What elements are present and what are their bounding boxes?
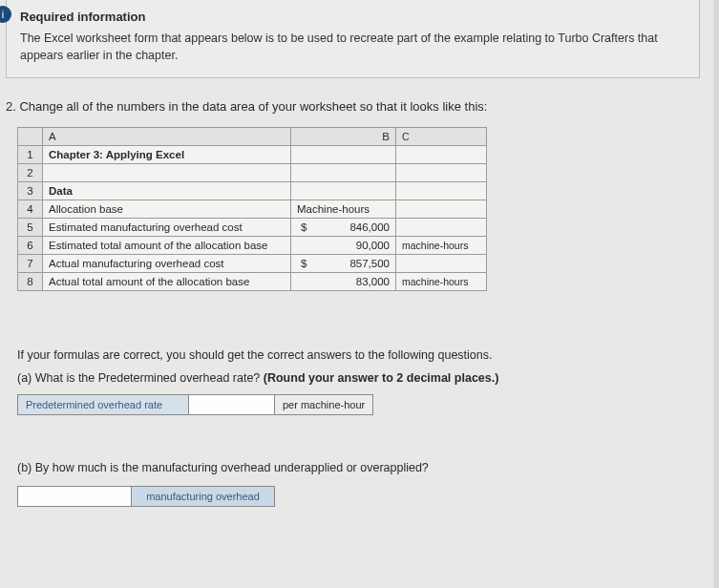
overhead-amount-input-wrap xyxy=(17,486,132,507)
cell xyxy=(396,182,487,200)
table-row: 5 Estimated manufacturing overhead cost … xyxy=(18,219,487,237)
row-num: 1 xyxy=(18,146,43,164)
cell: Actual manufacturing overhead cost xyxy=(43,255,291,273)
cell: Data xyxy=(43,182,291,200)
part-a-hint: (Round your answer to 2 decimal places.) xyxy=(264,371,499,385)
cell: 857,500 xyxy=(291,255,396,273)
cell xyxy=(291,164,396,182)
table-row: 8 Actual total amount of the allocation … xyxy=(18,273,487,291)
cell xyxy=(291,146,396,164)
col-header-a: A xyxy=(43,128,291,146)
table-row: 7 Actual manufacturing overhead cost 857… xyxy=(18,255,487,273)
cell: Machine-hours xyxy=(291,200,396,219)
cell xyxy=(396,200,487,219)
cell: Actual total amount of the allocation ba… xyxy=(43,273,291,291)
corner-cell xyxy=(18,128,43,146)
cell xyxy=(396,164,487,182)
row-num: 4 xyxy=(18,200,43,219)
table-row: 4 Allocation base Machine-hours xyxy=(18,200,487,219)
col-header-b: B xyxy=(291,128,396,146)
required-info-title: Required information xyxy=(20,10,686,24)
table-row: 6 Estimated total amount of the allocati… xyxy=(18,237,487,255)
part-a-answer-row: Predetermined overhead rate per machine-… xyxy=(17,394,713,415)
cell xyxy=(396,255,487,273)
col-header-c: C xyxy=(396,128,487,146)
excel-sheet: A B C 1 Chapter 3: Applying Excel 2 3 Da… xyxy=(17,127,487,291)
cell: machine-hours xyxy=(396,273,487,291)
table-row: 2 xyxy=(18,164,487,182)
cell: Chapter 3: Applying Excel xyxy=(43,146,291,164)
predetermined-rate-unit: per machine-hour xyxy=(275,394,373,415)
question-text: Change all of the numbers in the data ar… xyxy=(19,99,487,114)
part-b-answer-row: manufacturing overhead xyxy=(17,486,713,507)
cell xyxy=(43,164,291,182)
part-a-label: (a) What is the Predetermined overhead r… xyxy=(17,371,264,385)
row-num: 5 xyxy=(18,219,43,237)
row-num: 8 xyxy=(18,273,43,291)
part-a-prompt: (a) What is the Predetermined overhead r… xyxy=(17,371,713,385)
overhead-label: manufacturing overhead xyxy=(132,486,275,507)
cell: 83,000 xyxy=(291,273,396,291)
overhead-amount-input[interactable] xyxy=(22,489,127,503)
table-row: 1 Chapter 3: Applying Excel xyxy=(18,146,487,164)
cell: machine-hours xyxy=(396,237,487,255)
row-num: 2 xyxy=(18,164,43,182)
question-prompt: 2. Change all of the numbers in the data… xyxy=(6,99,713,114)
cell: Allocation base xyxy=(43,200,291,219)
predetermined-rate-label: Predetermined overhead rate xyxy=(17,394,189,415)
required-info-text: The Excel worksheet form that appears be… xyxy=(20,30,686,64)
followup-text: If your formulas are correct, you should… xyxy=(17,348,713,362)
cell: 846,000 xyxy=(291,219,396,237)
cell xyxy=(396,146,487,164)
cell xyxy=(291,182,396,200)
cell: 90,000 xyxy=(291,237,396,255)
table-row: 3 Data xyxy=(18,182,487,200)
predetermined-rate-input-wrap xyxy=(189,394,275,415)
row-num: 3 xyxy=(18,182,43,200)
part-b-prompt: (b) By how much is the manufacturing ove… xyxy=(17,461,713,474)
cell: Estimated manufacturing overhead cost xyxy=(43,219,291,237)
question-number: 2. xyxy=(6,99,16,114)
row-num: 6 xyxy=(18,237,43,255)
cell xyxy=(396,219,487,237)
required-info-box: Required information The Excel worksheet… xyxy=(6,0,700,78)
cell: Estimated total amount of the allocation… xyxy=(43,237,291,255)
predetermined-rate-input[interactable] xyxy=(193,397,270,411)
row-num: 7 xyxy=(18,255,43,273)
